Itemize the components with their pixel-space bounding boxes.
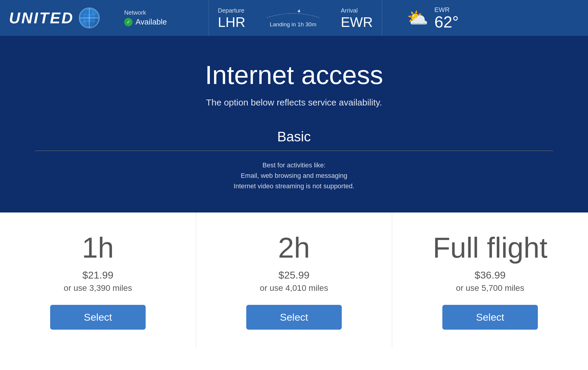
logo-globe xyxy=(79,7,100,28)
departure-code: LHR xyxy=(218,15,245,29)
network-label: Network xyxy=(124,9,198,16)
section-description: Best for activities like: Email, web bro… xyxy=(6,160,582,192)
network-status-text: Available xyxy=(136,17,167,27)
departure-label: Departure xyxy=(218,7,245,14)
plan-card-1h: 1h $21.99 or use 3,390 miles Select xyxy=(0,212,196,348)
hero-section: Internet access The option below reflect… xyxy=(0,36,588,212)
plan-price-1h: $21.99 xyxy=(82,269,113,281)
desc-line2: Email, web browsing and messaging xyxy=(6,170,582,181)
plan-price-2h: $25.99 xyxy=(278,269,310,281)
weather-temp: 62° xyxy=(434,14,459,30)
route-panel: Departure LHR Landing in 1h 30m Arrival … xyxy=(209,0,382,36)
plan-duration-1h: 1h xyxy=(82,233,114,262)
network-status-row: ✓ Available xyxy=(124,17,198,27)
desc-line1: Best for activities like: xyxy=(6,160,582,170)
select-button-full-flight[interactable]: Select xyxy=(442,305,538,330)
departure-side: Departure LHR xyxy=(218,7,245,29)
plans-section: 1h $21.99 or use 3,390 miles Select 2h $… xyxy=(0,212,588,348)
route-mid: Landing in 1h 30m xyxy=(245,8,341,28)
logo-area: UNITED xyxy=(0,0,113,36)
plan-miles-1h: or use 3,390 miles xyxy=(64,283,132,293)
svg-rect-6 xyxy=(298,12,299,12)
weather-panel: ⛅ EWR 62° xyxy=(382,0,484,36)
plan-miles-full-flight: or use 5,700 miles xyxy=(456,283,524,293)
plan-card-full-flight: Full flight $36.99 or use 5,700 miles Se… xyxy=(392,212,588,348)
select-button-1h[interactable]: Select xyxy=(50,305,146,330)
arrival-label: Arrival xyxy=(341,7,373,14)
plan-price-full-flight: $36.99 xyxy=(475,269,506,281)
network-panel: Network ✓ Available xyxy=(113,0,209,36)
weather-icon: ⛅ xyxy=(407,8,428,28)
plan-duration-full-flight: Full flight xyxy=(433,233,547,262)
weather-info: EWR 62° xyxy=(434,6,459,30)
desc-line3: Internet video streaming is not supporte… xyxy=(6,181,582,191)
logo-text: UNITED xyxy=(9,9,74,27)
arrival-code: EWR xyxy=(341,15,373,29)
section-title: Basic xyxy=(6,129,582,145)
arrival-side: Arrival EWR xyxy=(341,7,373,29)
landing-text: Landing in 1h 30m xyxy=(270,21,316,28)
network-check-icon: ✓ xyxy=(124,18,133,26)
page-title: Internet access xyxy=(6,60,582,90)
section-divider xyxy=(35,151,553,151)
plan-duration-2h: 2h xyxy=(278,233,310,262)
hero-subtitle: The option below reflects service availa… xyxy=(6,97,582,108)
select-button-2h[interactable]: Select xyxy=(246,305,342,330)
plan-miles-2h: or use 4,010 miles xyxy=(260,283,328,293)
plan-card-2h: 2h $25.99 or use 4,010 miles Select xyxy=(196,212,392,348)
header: UNITED Network ✓ Available Departure LHR xyxy=(0,0,588,36)
flight-arc xyxy=(257,8,329,20)
